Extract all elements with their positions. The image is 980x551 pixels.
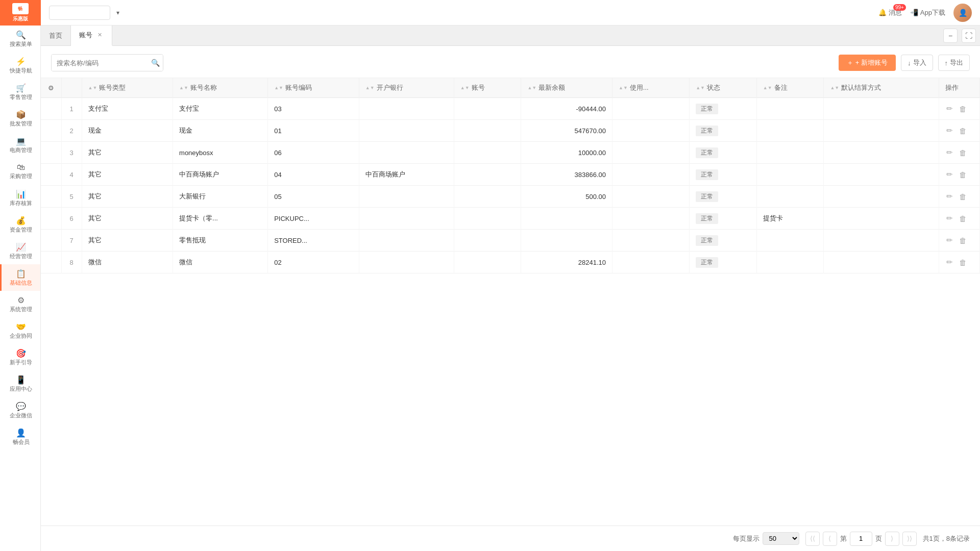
sidebar-item-search-menu[interactable]: 🔍 搜索菜单 — [0, 26, 40, 52]
cell-num: 4 — [61, 164, 82, 186]
col-remark[interactable]: ▲▼备注 — [756, 78, 824, 98]
delete-btn[interactable]: 🗑 — [958, 126, 968, 136]
topbar-message-btn[interactable]: 🔔 消息 99+ — [878, 8, 902, 17]
per-page-select[interactable]: 50 100 200 — [763, 532, 799, 545]
tab-maximize-btn[interactable]: ⛶ — [962, 29, 976, 43]
topbar-search-input[interactable] — [49, 6, 110, 20]
tab-home[interactable]: 首页 — [41, 26, 71, 46]
sort-icon: ▲▼ — [830, 86, 839, 90]
sidebar-item-wholesale-mgmt[interactable]: 📦 批发管理 — [0, 105, 40, 132]
col-status[interactable]: ▲▼状态 — [690, 78, 757, 98]
import-btn[interactable]: ↓ 导入 — [901, 55, 933, 71]
sidebar-item-label: 经营管理 — [10, 253, 32, 260]
cell-status: 正常 — [690, 252, 757, 273]
edit-btn[interactable]: ✏ — [945, 169, 954, 180]
cell-usage — [612, 142, 690, 164]
retail-mgmt-icon: 🛒 — [16, 83, 26, 93]
total-info: 共1页，8条记录 — [923, 534, 970, 543]
sidebar-item-label: 应用中心 — [10, 386, 32, 392]
account-table-container: ⚙ ▲▼账号类型 ▲▼账号名称 ▲▼账号编码 ▲▼开户银行 ▲▼账号 ▲▼最新余… — [41, 78, 980, 525]
sidebar-item-new-guide[interactable]: 🎯 新手引导 — [0, 344, 40, 370]
col-default-payment[interactable]: ▲▼默认结算方式 — [824, 78, 939, 98]
topbar-app-download-btn[interactable]: 📲 App下载 — [910, 8, 945, 17]
sidebar-item-finance-mgmt[interactable]: 💰 资金管理 — [0, 211, 40, 238]
edit-btn[interactable]: ✏ — [945, 191, 954, 202]
cell-name: 微信 — [173, 252, 268, 273]
col-code[interactable]: ▲▼账号编码 — [268, 78, 359, 98]
tab-account[interactable]: 账号 ✕ — [71, 26, 112, 46]
member-icon: 👤 — [16, 428, 26, 438]
cell-name: 现金 — [173, 120, 268, 142]
edit-btn[interactable]: ✏ — [945, 257, 954, 268]
cell-bank — [359, 230, 454, 252]
delete-btn[interactable]: 🗑 — [958, 213, 968, 224]
sidebar-item-system-mgmt[interactable]: ⚙ 系统管理 — [0, 291, 40, 317]
content-area: 🔍 ＋ + 新增账号 ↓ 导入 ↑ 导出 — [41, 46, 980, 551]
delete-btn[interactable]: 🗑 — [958, 147, 968, 158]
col-bank[interactable]: ▲▼开户银行 — [359, 78, 454, 98]
sidebar-item-app-center[interactable]: 📱 应用中心 — [0, 370, 40, 397]
app-center-icon: 📱 — [16, 375, 26, 385]
cell-default-payment — [824, 186, 939, 208]
sidebar-item-purchase-mgmt[interactable]: 🛍 采购管理 — [0, 158, 40, 185]
edit-btn[interactable]: ✏ — [945, 235, 954, 246]
col-balance[interactable]: ▲▼最新余额 — [521, 78, 612, 98]
delete-btn[interactable]: 🗑 — [958, 169, 968, 180]
page-prev-btn[interactable]: ⟨ — [823, 532, 837, 546]
delete-btn[interactable]: 🗑 — [958, 257, 968, 268]
topbar-avatar[interactable]: 👤 — [953, 4, 972, 22]
col-gear[interactable]: ⚙ — [41, 78, 61, 98]
edit-btn[interactable]: ✏ — [945, 147, 954, 158]
sidebar-item-enterprise-wechat[interactable]: 💬 企业微信 — [0, 397, 40, 423]
cell-account — [454, 186, 521, 208]
export-btn[interactable]: ↑ 导出 — [938, 55, 970, 71]
sidebar-item-basic-info[interactable]: 📋 基础信息 — [0, 264, 40, 291]
page-next-btn[interactable]: ⟩ — [885, 532, 899, 546]
col-account[interactable]: ▲▼账号 — [454, 78, 521, 98]
delete-btn[interactable]: 🗑 — [958, 235, 968, 246]
sidebar-item-quick-nav[interactable]: ⚡ 快捷导航 — [0, 52, 40, 79]
system-icon: ⚙ — [17, 295, 24, 305]
message-badge: 99+ — [893, 4, 906, 11]
page-first-btn[interactable]: ⟨⟨ — [805, 532, 820, 546]
cell-usage — [612, 186, 690, 208]
sidebar-item-operations-mgmt[interactable]: 📈 经营管理 — [0, 238, 40, 264]
edit-btn[interactable]: ✏ — [945, 103, 954, 114]
app-logo: 畅 乐惠版 — [0, 0, 41, 26]
col-type[interactable]: ▲▼账号类型 — [82, 78, 173, 98]
import-label: 导入 — [913, 58, 926, 67]
tab-account-close[interactable]: ✕ — [95, 31, 104, 39]
page-number-input[interactable] — [850, 532, 872, 546]
sidebar-item-label: 快捷导航 — [10, 67, 32, 74]
sidebar-item-retail-mgmt[interactable]: 🛒 零售管理 — [0, 79, 40, 105]
page-last-btn[interactable]: ⟩⟩ — [902, 532, 917, 546]
cell-account — [454, 142, 521, 164]
topbar-dropdown[interactable]: ▾ — [116, 9, 119, 16]
sidebar-item-label: 系统管理 — [10, 306, 32, 313]
cell-status: 正常 — [690, 208, 757, 230]
add-account-btn[interactable]: ＋ + 新增账号 — [839, 55, 896, 71]
sidebar-item-member[interactable]: 👤 畅会员 — [0, 423, 40, 450]
col-name[interactable]: ▲▼账号名称 — [173, 78, 268, 98]
sidebar-item-label: 企业微信 — [10, 412, 32, 419]
topbar: ▾ 🔔 消息 99+ 📲 App下载 👤 — [41, 0, 980, 26]
edit-btn[interactable]: ✏ — [945, 213, 954, 224]
sidebar-item-enterprise-agreement[interactable]: 🤝 企业协同 — [0, 317, 40, 344]
delete-btn[interactable]: 🗑 — [958, 191, 968, 202]
sidebar-item-label: 企业协同 — [10, 333, 32, 339]
account-search-input[interactable] — [52, 55, 148, 71]
sidebar-item-inventory[interactable]: 📊 库存核算 — [0, 185, 40, 211]
cell-bank — [359, 98, 454, 120]
account-search-btn[interactable]: 🔍 — [148, 55, 163, 71]
sidebar-item-ecommerce-mgmt[interactable]: 💻 电商管理 — [0, 132, 40, 158]
table-header-row: ⚙ ▲▼账号类型 ▲▼账号名称 ▲▼账号编码 ▲▼开户银行 ▲▼账号 ▲▼最新余… — [41, 78, 980, 98]
delete-btn[interactable]: 🗑 — [958, 104, 968, 114]
tab-minimize-btn[interactable]: − — [943, 29, 958, 43]
main-area: ▾ 🔔 消息 99+ 📲 App下载 👤 首页 账号 ✕ — [41, 0, 980, 551]
cell-usage — [612, 98, 690, 120]
col-usage[interactable]: ▲▼使用... — [612, 78, 690, 98]
cell-default-payment — [824, 98, 939, 120]
sort-icon: ▲▼ — [365, 86, 375, 90]
cell-usage — [612, 252, 690, 273]
edit-btn[interactable]: ✏ — [945, 125, 954, 136]
